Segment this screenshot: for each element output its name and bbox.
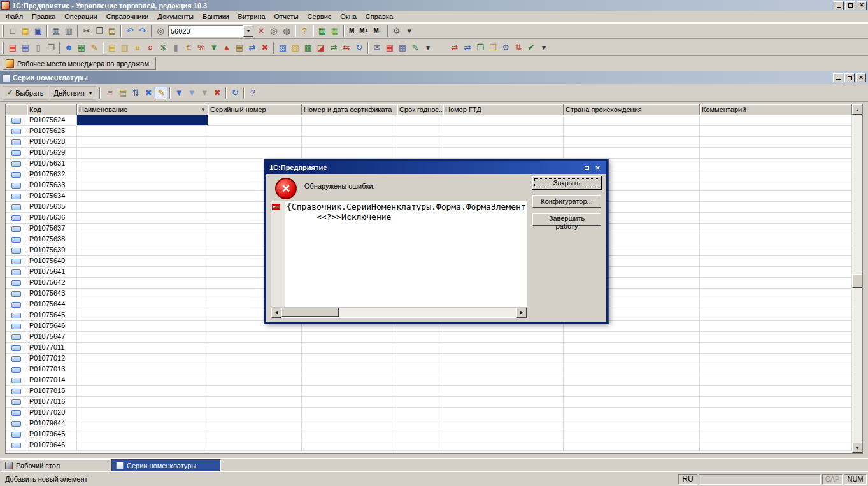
table-cell[interactable]	[77, 408, 208, 418]
table-cell[interactable]	[700, 299, 852, 310]
table-cell[interactable]	[77, 180, 208, 191]
clear-filter-icon[interactable]: ✖	[211, 87, 224, 99]
table-cell[interactable]	[700, 289, 852, 299]
window-tab[interactable]: Рабочий стол	[1, 459, 110, 471]
table-cell[interactable]	[397, 137, 443, 148]
price-icon[interactable]: €	[182, 41, 195, 54]
table-row[interactable]: P01079645	[6, 429, 852, 440]
update-icon[interactable]: ↻	[353, 41, 366, 54]
code-cell[interactable]: P01075641	[27, 267, 77, 278]
menu-service[interactable]: Сервис	[303, 11, 336, 22]
table-cell[interactable]	[77, 224, 208, 234]
column-header[interactable]: Код	[27, 104, 77, 115]
table-cell[interactable]	[564, 148, 700, 159]
report-stock-icon[interactable]: ▨	[289, 41, 302, 54]
table-cell[interactable]	[77, 418, 208, 429]
code-cell[interactable]: P01075637	[27, 224, 77, 234]
transfer-icon[interactable]: ⇄	[246, 41, 259, 54]
document-icon[interactable]: ▯	[32, 41, 45, 54]
code-cell[interactable]: P01077020	[27, 408, 77, 418]
hscrollbar-thumb[interactable]	[281, 308, 339, 317]
quick-search-input[interactable]	[168, 25, 243, 37]
close-error-button[interactable]: Закрыть	[532, 176, 601, 189]
table-cell[interactable]	[77, 386, 208, 397]
actions-button[interactable]: Действия	[50, 86, 97, 100]
code-cell[interactable]: P01075640	[27, 256, 77, 267]
table-cell[interactable]	[77, 148, 208, 159]
table-cell[interactable]	[700, 310, 852, 321]
settings-icon[interactable]: ⚙	[499, 41, 512, 54]
table-cell[interactable]	[208, 354, 302, 364]
table-cell[interactable]	[77, 278, 208, 289]
table-cell[interactable]	[700, 159, 852, 169]
table-cell[interactable]	[700, 245, 852, 256]
table-cell[interactable]	[443, 148, 564, 159]
table-cell[interactable]	[397, 397, 443, 408]
column-header[interactable]: Комментарий	[700, 104, 852, 115]
table-cell[interactable]	[77, 126, 208, 137]
table-cell[interactable]	[397, 386, 443, 397]
table-cell[interactable]	[208, 148, 302, 159]
column-header[interactable]: Наименование▼	[77, 104, 208, 115]
table-cell[interactable]	[302, 364, 397, 375]
menu-edit[interactable]: Правка	[27, 11, 60, 22]
table-cell[interactable]	[397, 332, 443, 343]
table-cell[interactable]	[700, 137, 852, 148]
table-cell[interactable]	[208, 332, 302, 343]
report-money-icon[interactable]: ▩	[302, 41, 315, 54]
table-row[interactable]: P01079644	[6, 418, 852, 429]
table-cell[interactable]	[443, 137, 564, 148]
find-next-icon[interactable]: ◎	[267, 25, 280, 38]
table-cell[interactable]	[302, 397, 397, 408]
code-cell[interactable]: P01075644	[27, 299, 77, 310]
table-cell[interactable]	[700, 343, 852, 354]
edit-mode-icon[interactable]: ✎	[155, 87, 167, 99]
minimize-icon[interactable]	[834, 1, 844, 10]
code-cell[interactable]: P01075634	[27, 191, 77, 202]
calendar-icon[interactable]: ▦	[383, 41, 396, 54]
sales-icon[interactable]: ▼	[208, 41, 220, 54]
table-cell[interactable]	[77, 310, 208, 321]
table-row[interactable]: P01075625	[6, 126, 852, 137]
table-cell[interactable]	[564, 332, 700, 343]
column-header[interactable]: Срок годнос...	[397, 104, 443, 115]
exchange-icon[interactable]: ⇅	[512, 41, 525, 54]
table-cell[interactable]	[77, 202, 208, 213]
table-cell[interactable]	[397, 343, 443, 354]
table-cell[interactable]	[397, 126, 443, 137]
table-cell[interactable]	[700, 375, 852, 386]
menu-help[interactable]: Справка	[361, 11, 397, 22]
configurator-button[interactable]: Конфигуратор...	[532, 195, 601, 208]
table-row[interactable]: P01077014	[6, 375, 852, 386]
code-cell[interactable]: P01075646	[27, 321, 77, 332]
filter-history-icon[interactable]: ▼	[198, 87, 211, 99]
table-cell[interactable]	[564, 115, 700, 126]
table-cell[interactable]	[564, 440, 700, 451]
table-cell[interactable]	[443, 375, 564, 386]
table-cell[interactable]	[700, 408, 852, 418]
table-cell[interactable]	[397, 440, 443, 451]
table-cell[interactable]	[443, 126, 564, 137]
edit-icon[interactable]: ✎	[88, 41, 101, 54]
table-cell[interactable]	[564, 418, 700, 429]
table-cell[interactable]	[302, 386, 397, 397]
money-in-icon[interactable]: ¤	[131, 41, 144, 54]
dialog-maximize-icon[interactable]	[581, 163, 592, 173]
table-cell[interactable]	[302, 418, 397, 429]
error-text[interactable]: {Справочник.СерииНоменклатуры.Форма.Форм…	[285, 201, 527, 307]
table-cell[interactable]	[564, 137, 700, 148]
table-cell[interactable]	[700, 224, 852, 234]
export-icon[interactable]: ⇄	[327, 41, 340, 54]
refresh-icon[interactable]: ↻	[229, 87, 241, 99]
restore-icon[interactable]	[845, 1, 855, 10]
counterparties-icon[interactable]: ☻	[62, 41, 75, 54]
print-form-icon[interactable]: ▦	[19, 41, 32, 54]
table-cell[interactable]	[77, 375, 208, 386]
table-row[interactable]: P01077016	[6, 397, 852, 408]
money-out-icon[interactable]: ¤	[144, 41, 157, 54]
commands-more-icon[interactable]: ▾	[422, 41, 434, 54]
scroll-right-icon[interactable]	[516, 308, 527, 318]
purchases-icon[interactable]: ▲	[220, 41, 233, 54]
table-cell[interactable]	[77, 321, 208, 332]
table-cell[interactable]	[397, 375, 443, 386]
